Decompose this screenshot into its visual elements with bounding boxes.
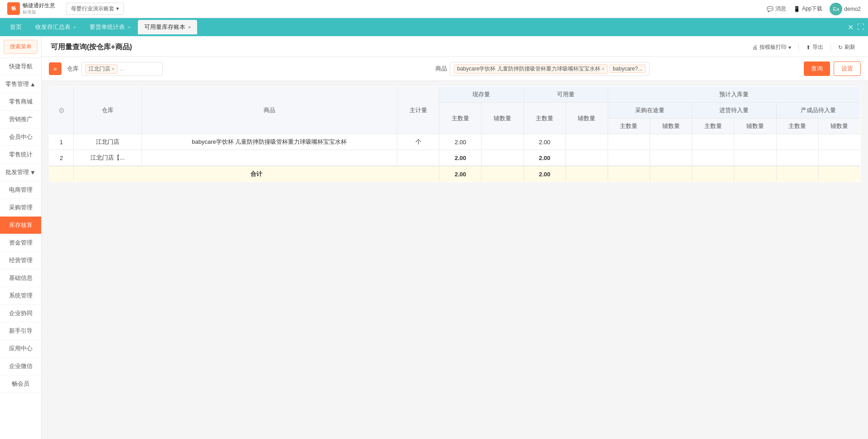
export-btn[interactable]: ⬆ 导出 (802, 42, 827, 53)
row1-product: babycare学饮杯 儿童防摔防撞吸管杯重力球吸嘴杯宝宝水杯 (142, 134, 397, 150)
sidebar-item-enterprise-wechat[interactable]: 企业微信 (0, 358, 41, 375)
product-tag1-remove[interactable]: × (602, 66, 604, 71)
product-label: 商品 (435, 65, 447, 73)
avatar: Ea (830, 3, 842, 15)
sidebar-item-enterprise-collab[interactable]: 企业协同 (0, 305, 41, 322)
gear-icon: ⚙ (58, 107, 65, 114)
divider (798, 44, 799, 51)
chevron-icon: ▲ (30, 81, 36, 88)
sidebar-item-vip-member[interactable]: 畅会员 (0, 375, 41, 393)
sidebar-item-retail-stats[interactable]: 零售统计 (0, 146, 41, 164)
sidebar-item-member-center[interactable]: 会员中心 (0, 128, 41, 146)
table-row: 2 江北门店【... 2.00 2.00 (49, 150, 861, 166)
message-btn[interactable]: 💬 消息 (767, 5, 786, 13)
sidebar-item-marketing[interactable]: 营销推广 (0, 111, 41, 128)
nav-close-icon[interactable]: ✕ (848, 23, 854, 32)
warehouse-input[interactable]: 江北门店 × ... (81, 62, 163, 76)
query-btn[interactable]: 查询 (804, 61, 830, 76)
search-menu-btn[interactable]: 搜索菜单 (4, 40, 38, 54)
footer-stock-main: 2.00 (439, 166, 481, 182)
footer-avail-main: 2.00 (524, 166, 566, 182)
row2-avail-main: 2.00 (524, 150, 566, 166)
product-input[interactable]: babycare学饮杯 儿童防摔防撞吸管杯重力球吸嘴杯宝宝水杯 × babyca… (450, 62, 650, 76)
settings-btn[interactable]: 设置 (834, 61, 861, 76)
th-available-aux: 辅数量 (566, 103, 608, 134)
sidebar-item-app-center[interactable]: 应用中心 (0, 340, 41, 358)
content-area: 可用量查询(按仓库+商品) 🖨 按模板打印 ▾ ⬆ 导出 ↻ 刷新 (42, 36, 868, 439)
warehouse-label: 仓库 (67, 65, 79, 73)
print-template-btn[interactable]: 🖨 按模板打印 ▾ (749, 42, 795, 53)
row1-num: 1 (49, 134, 74, 150)
th-main-unit: 主计量 (397, 87, 439, 134)
row2-avail-aux (566, 150, 608, 166)
sidebar-item-purchase[interactable]: 采购管理 (0, 199, 41, 217)
footer-stock-aux (481, 166, 524, 182)
th-incoming-group: 预计入库量 (608, 87, 860, 103)
refresh-btn[interactable]: ↻ 刷新 (835, 42, 859, 53)
print-icon: 🖨 (752, 44, 758, 51)
product-tag1: babycare学饮杯 儿童防摔防撞吸管杯重力球吸嘴杯宝宝水杯 × (454, 64, 608, 74)
nav-tabs: 首页 收发存汇总表 × 要货单统计表 × 可用量库存账本 × ✕ ⛶ (0, 18, 868, 36)
tab-available-stock[interactable]: 可用量库存账本 × (138, 20, 197, 34)
row2-unit (397, 150, 439, 166)
warehouse-tag-remove[interactable]: × (112, 66, 114, 71)
tab-close-available[interactable]: × (188, 24, 191, 30)
message-icon: 💬 (767, 6, 774, 12)
sidebar-item-finance[interactable]: 资金管理 (0, 234, 41, 252)
industry-selector[interactable]: 母婴行业演示账套 ▾ (66, 3, 124, 15)
warehouse-tag: 江北门店 × (85, 64, 118, 74)
th-ip-main: 主数量 (692, 118, 734, 134)
sidebar-item-new-guide[interactable]: 新手引导 (0, 322, 41, 340)
row2-product (142, 150, 397, 166)
footer-pp-aux (818, 166, 860, 182)
brand-logo: 畅 畅捷通好生意 标准版 (7, 2, 55, 15)
row1-pp-aux (818, 134, 860, 150)
app-download-icon: 📱 (793, 6, 800, 12)
th-gear[interactable]: ⚙ (49, 87, 74, 134)
th-available-group: 可用量 (524, 87, 608, 103)
th-available-main: 主数量 (524, 103, 566, 134)
tab-order-stats[interactable]: 要货单统计表 × (83, 20, 137, 34)
row1-pt-aux (650, 134, 692, 150)
top-bar-right: 💬 消息 📱 App下载 Ea demo2 (767, 3, 861, 15)
row1-unit: 个 (397, 134, 439, 150)
th-warehouse: 仓库 (74, 87, 142, 134)
sidebar-quick-nav[interactable]: 快捷导航 (0, 58, 41, 76)
chevron-down-icon: ▾ (788, 44, 791, 51)
row1-pp-main (776, 134, 818, 150)
sidebar-item-base-info[interactable]: 基础信息 (0, 269, 41, 287)
table-row: 1 江北门店 babycare学饮杯 儿童防摔防撞吸管杯重力球吸嘴杯宝宝水杯 个… (49, 134, 861, 150)
filter-warehouse-group: 仓库 江北门店 × ... (67, 62, 430, 76)
footer-avail-aux (566, 166, 608, 182)
warehouse-more: ... (119, 66, 124, 72)
filter-toggle-btn[interactable]: » (49, 62, 61, 75)
th-stock-group: 现存量 (439, 87, 524, 103)
tab-receive-summary[interactable]: 收发存汇总表 × (29, 20, 82, 34)
tab-close-receive[interactable]: × (73, 24, 76, 30)
sidebar-item-ecommerce[interactable]: 电商管理 (0, 181, 41, 199)
data-table: ⚙ 仓库 商品 主计量 现存量 可用量 预计入库量 主数量 辅数量 主数量 辅数… (49, 86, 861, 182)
tab-home[interactable]: 首页 (4, 20, 28, 34)
app-download-btn[interactable]: 📱 App下载 (793, 5, 822, 13)
th-pp-main: 主数量 (776, 118, 818, 134)
refresh-icon: ↻ (838, 44, 843, 51)
sidebar-item-sys-mgmt[interactable]: 系统管理 (0, 287, 41, 305)
nav-expand-icon[interactable]: ⛶ (857, 23, 864, 31)
sidebar-item-wholesale-mgmt[interactable]: 批发管理 ▼ (0, 164, 41, 181)
sidebar-item-retail-mall[interactable]: 零售商城 (0, 93, 41, 111)
footer-pt-main (608, 166, 650, 182)
row1-avail-aux (566, 134, 608, 150)
divider2 (830, 44, 831, 51)
row1-warehouse: 江北门店 (74, 134, 142, 150)
th-stock-aux: 辅数量 (481, 103, 524, 134)
row2-pp-main (776, 150, 818, 166)
footer-pt-aux (650, 166, 692, 182)
sidebar-item-ops[interactable]: 经营管理 (0, 252, 41, 269)
user-menu[interactable]: Ea demo2 (830, 3, 861, 15)
tab-close-order[interactable]: × (127, 24, 130, 30)
sidebar-item-retail-mgmt[interactable]: 零售管理 ▲ (0, 76, 41, 93)
row2-ip-aux (734, 150, 776, 166)
row2-stock-main: 2.00 (439, 150, 481, 166)
sidebar-item-inventory[interactable]: 库存核算 (0, 217, 41, 234)
row2-pt-main (608, 150, 650, 166)
